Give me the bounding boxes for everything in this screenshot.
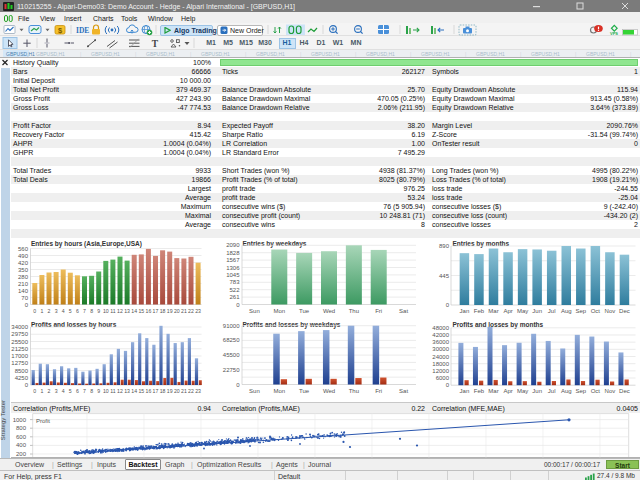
- svg-text:|: |: [520, 51, 521, 57]
- svg-text:May: May: [517, 308, 528, 314]
- svg-text:15: 15: [138, 308, 144, 314]
- svg-text:0: 0: [25, 382, 29, 388]
- svg-text:1: 1: [40, 308, 43, 314]
- svg-text:Jul: Jul: [548, 388, 556, 394]
- svg-text:1828: 1828: [226, 250, 240, 256]
- svg-text:22: 22: [188, 388, 194, 394]
- svg-text:GBPUSD,H1: GBPUSD,H1: [421, 51, 450, 57]
- svg-text:2: 2: [48, 388, 51, 394]
- svg-text:783: 783: [229, 279, 240, 285]
- svg-text:Feb: Feb: [474, 308, 485, 314]
- svg-text:6: 6: [76, 388, 79, 394]
- svg-text:560: 560: [18, 246, 29, 252]
- svg-text:25500: 25500: [11, 339, 28, 345]
- svg-text:400: 400: [16, 442, 27, 448]
- svg-text:1: 1: [40, 388, 43, 394]
- svg-text:Thu: Thu: [349, 388, 359, 394]
- svg-text:Profit: Profit: [36, 418, 50, 424]
- svg-text:Fri: Fri: [375, 388, 382, 394]
- svg-text:GBPUSD,H1: GBPUSD,H1: [311, 51, 340, 57]
- svg-text:8: 8: [90, 388, 93, 394]
- svg-text:GBPUSD,H1: GBPUSD,H1: [531, 51, 560, 57]
- svg-text:11: 11: [110, 388, 115, 394]
- svg-text:Mon: Mon: [273, 388, 285, 394]
- svg-text:16: 16: [146, 388, 152, 394]
- svg-text:Oct: Oct: [591, 308, 601, 314]
- svg-text:20: 20: [174, 308, 180, 314]
- svg-text:34000: 34000: [11, 324, 28, 330]
- svg-text:Mar: Mar: [488, 388, 498, 394]
- svg-text:0: 0: [33, 388, 36, 394]
- svg-text:0: 0: [236, 382, 240, 388]
- svg-text:May: May: [517, 388, 528, 394]
- svg-text:Jul: Jul: [548, 308, 556, 314]
- svg-text:GBPUSD,H1: GBPUSD,H1: [366, 51, 395, 57]
- svg-text:45500: 45500: [223, 352, 240, 358]
- svg-text:|: |: [410, 51, 411, 57]
- svg-text:|: |: [630, 51, 631, 57]
- svg-text:1567: 1567: [226, 257, 240, 263]
- svg-text:21250: 21250: [11, 346, 28, 352]
- svg-text:|: |: [300, 51, 301, 57]
- svg-text:140: 140: [18, 288, 29, 294]
- svg-text:Dec: Dec: [619, 308, 630, 314]
- svg-text:Wed: Wed: [323, 388, 335, 394]
- svg-text:12: 12: [117, 308, 123, 314]
- svg-text:|: |: [190, 51, 191, 57]
- svg-text:Mar: Mar: [488, 308, 498, 314]
- svg-text:Mon: Mon: [273, 308, 285, 314]
- svg-text:0: 0: [25, 302, 29, 308]
- svg-text:Entries by hours (Asia,Europe,: Entries by hours (Asia,Europe,USA): [31, 240, 142, 248]
- svg-text:522: 522: [229, 287, 240, 293]
- svg-text:9: 9: [97, 308, 100, 314]
- svg-text:3: 3: [55, 308, 58, 314]
- svg-text:15: 15: [138, 388, 144, 394]
- svg-text:Sep: Sep: [575, 308, 586, 314]
- svg-text:GBPUSD,H1: GBPUSD,H1: [91, 51, 120, 57]
- svg-text:210: 210: [18, 281, 29, 287]
- svg-text:36000: 36000: [432, 339, 449, 345]
- svg-text:12: 12: [117, 388, 123, 394]
- svg-text:17000: 17000: [11, 353, 28, 359]
- svg-text:Jan: Jan: [460, 308, 470, 314]
- svg-text:13: 13: [124, 388, 130, 394]
- svg-text:490: 490: [18, 253, 29, 259]
- svg-text:Apr: Apr: [503, 308, 512, 314]
- svg-text:GBPUSD,H1: GBPUSD,H1: [476, 51, 505, 57]
- svg-text:19: 19: [167, 308, 173, 314]
- svg-text:23: 23: [195, 308, 201, 314]
- svg-text:7: 7: [83, 308, 86, 314]
- svg-text:Aug: Aug: [561, 388, 572, 394]
- svg-text:1045: 1045: [226, 272, 240, 278]
- svg-text:Nov: Nov: [605, 308, 616, 314]
- svg-text:Oct: Oct: [591, 388, 601, 394]
- svg-text:5: 5: [69, 308, 72, 314]
- svg-text:T: T: [152, 39, 159, 49]
- svg-text:Jun: Jun: [532, 308, 542, 314]
- svg-text:7: 7: [83, 388, 86, 394]
- svg-text:Profits and losses by months: Profits and losses by months: [453, 321, 544, 329]
- svg-text:4: 4: [62, 388, 65, 394]
- svg-text:16: 16: [146, 308, 152, 314]
- svg-text:21: 21: [181, 388, 187, 394]
- svg-text:8500: 8500: [15, 368, 29, 374]
- svg-text:|: |: [80, 51, 81, 57]
- svg-text:18: 18: [160, 388, 166, 394]
- svg-text:18: 18: [160, 308, 166, 314]
- svg-text:261: 261: [229, 294, 240, 300]
- svg-text:91000: 91000: [223, 323, 240, 329]
- svg-text:0: 0: [446, 302, 450, 308]
- svg-text:2090: 2090: [226, 242, 240, 248]
- svg-text:Sun: Sun: [249, 388, 260, 394]
- svg-text:1000: 1000: [13, 417, 27, 423]
- svg-text:6: 6: [76, 308, 79, 314]
- svg-text:200: 200: [16, 451, 27, 457]
- svg-text:22: 22: [188, 308, 194, 314]
- svg-text:3: 3: [55, 388, 58, 394]
- svg-text:GBPUSD,H1: GBPUSD,H1: [6, 51, 35, 57]
- svg-text:Aug: Aug: [561, 308, 572, 314]
- svg-text:14: 14: [131, 388, 137, 394]
- svg-text:12000: 12000: [432, 368, 449, 374]
- svg-text:|: |: [355, 51, 356, 57]
- svg-text:280: 280: [18, 274, 29, 280]
